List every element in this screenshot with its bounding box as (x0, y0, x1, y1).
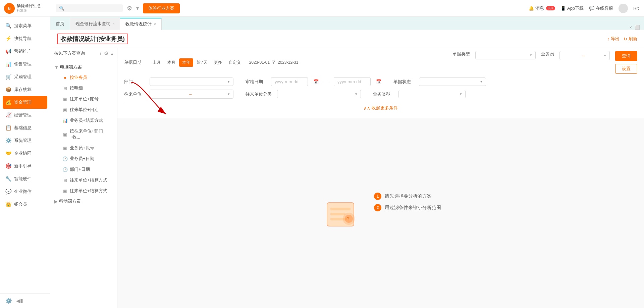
sidebar-item-collab[interactable]: 🤝 企业协同 (0, 147, 50, 160)
sidebar-item-guide[interactable]: 🎯 新手引导 (0, 160, 50, 172)
sidebar-item-system[interactable]: ⚙️ 系统管理 (0, 134, 50, 147)
scheme-settings-button[interactable]: ⚙ (104, 50, 108, 56)
tab-bar: 首页 现金银行流水查询 × 收款情况统计 × × ⬜ (50, 17, 644, 30)
sidebar-item-baseinfo[interactable]: 📋 基础信息 (0, 121, 50, 134)
filter-row-3: 往来单位 ··· ▾ 往来单位分类 ▾ 业务类型 (124, 90, 637, 99)
window-maximize-icon[interactable]: ⬜ (635, 25, 640, 30)
tab-bank-flow[interactable]: 现金银行流水查询 × (70, 18, 120, 30)
tab-home[interactable]: 首页 (50, 18, 70, 30)
calendar-from-icon[interactable]: 📅 (313, 79, 319, 84)
tab-collection-stat-close[interactable]: × (154, 22, 156, 26)
sidebar-item-weixin[interactable]: 💬 企业微信 (0, 185, 50, 198)
messages-item[interactable]: 🔔 消息 99+ (529, 5, 555, 11)
counterpart-category-select[interactable]: ▾ (277, 90, 361, 98)
unit-account-icon: ▣ (62, 96, 68, 102)
finance-icon: 💰 (5, 99, 11, 105)
doc-status-label: 单据状态 (393, 79, 414, 85)
collapse-sidebar-icon[interactable]: ◀▮ (16, 298, 23, 304)
topbar-expand-icon[interactable]: ▾ (136, 5, 139, 11)
date-tab-custom[interactable]: 自定义 (226, 58, 244, 67)
doc-type-chevron: ▾ (530, 53, 532, 57)
scheme-item-dept-date[interactable]: 🕐 部门+日期 (53, 164, 117, 175)
topbar-settings-icon[interactable]: ⚙ (127, 5, 132, 12)
sidebar-item-finance[interactable]: 💰 资金管理 (3, 96, 47, 109)
scheme-item-detail[interactable]: ⊞ 按明细 (53, 83, 117, 94)
app-download-item[interactable]: 📱 App下载 (560, 5, 584, 11)
salesperson-select[interactable]: ··· ▾ (559, 51, 610, 60)
sidebar-item-operations[interactable]: 📈 经营管理 (0, 109, 50, 121)
sidebar-item-search[interactable]: 🔍 搜索菜单 (0, 19, 50, 32)
scheme-item-unit-date[interactable]: ▣ 往来单位+日期 (53, 104, 117, 115)
page-body: 按以下方案查询 + ⚙ « ▼ 电脑端方案 (50, 47, 644, 308)
sidebar-item-purchase[interactable]: 🛒 采购管理 (0, 70, 50, 83)
biz-type-select[interactable]: ▾ (398, 90, 466, 98)
detail-icon: ⊞ (62, 86, 68, 91)
sidebar-item-hardware[interactable]: 🔧 智能硬件 (0, 172, 50, 185)
topbar-right: 🔔 消息 99+ 📱 App下载 💬 在线客服 Rit (529, 4, 639, 13)
mobile-scheme-group-title[interactable]: ▶ 移动端方案 (50, 196, 117, 206)
export-button[interactable]: ↑ 导出 (607, 36, 620, 42)
dept-date-icon: 🕐 (62, 167, 68, 172)
add-scheme-button[interactable]: + (99, 51, 102, 56)
scheme-item-unit-dept-income[interactable]: ▣ 按往来单位+部门+收... (53, 126, 117, 143)
window-close-icon[interactable]: × (629, 25, 632, 30)
refresh-icon: ↻ (624, 37, 627, 42)
mobile-group-arrow: ▶ (54, 199, 58, 204)
svg-rect-2 (330, 213, 345, 215)
scheme-item-salesperson-account[interactable]: ▣ 业务员+账号 (53, 143, 117, 153)
scheme-item-salesperson-date[interactable]: 🕐 业务员+日期 (53, 153, 117, 164)
tab-collection-stat[interactable]: 收款情况统计 × (120, 18, 161, 30)
tab-bank-flow-close[interactable]: × (112, 22, 114, 26)
filter-area: 单据日期 上月 本月 本年 近7天 更多 自定义 2023-01-01 至 (117, 47, 644, 118)
logo-icon: 6 (4, 3, 15, 14)
filter-row-1: 单据日期 上月 本月 本年 近7天 更多 自定义 2023-01-01 至 (124, 51, 637, 74)
date-label: 单据日期 (124, 59, 144, 65)
refresh-button[interactable]: ↻ 刷新 (624, 36, 637, 42)
scheme-item-salesperson[interactable]: ● 按业务员 (53, 72, 117, 83)
date-tab-this-year[interactable]: 本年 (179, 58, 193, 67)
counterpart-more-btn[interactable]: ··· (189, 92, 193, 97)
review-date-from[interactable]: yyyy-mm-dd (271, 77, 308, 86)
doc-type-select[interactable]: ▾ (475, 51, 536, 59)
sidebar-footer: ⚙️ ◀▮ (0, 293, 50, 308)
counterpart-select[interactable]: ··· ▾ (150, 90, 233, 99)
top-search-box[interactable]: 🔍 (56, 4, 123, 12)
page-header-actions: ↑ 导出 ↻ 刷新 (607, 36, 638, 42)
settings-footer-icon[interactable]: ⚙️ (5, 298, 12, 304)
calendar-to-icon[interactable]: 📅 (376, 79, 381, 84)
dept-select[interactable]: ▾ (150, 78, 233, 86)
scheme-item-unit-settlement2[interactable]: ▣ 往来单位+结算方式 (53, 186, 117, 196)
date-tab-more[interactable]: 更多 (211, 58, 225, 67)
date-tab-last-month[interactable]: 上月 (150, 58, 164, 67)
user-avatar[interactable] (619, 4, 628, 13)
doc-status-select[interactable]: ▾ (419, 78, 486, 86)
top-search-icon: 🔍 (59, 6, 64, 11)
doc-type-label: 单据类型 (452, 51, 470, 56)
date-tab-this-month[interactable]: 本月 (164, 58, 178, 67)
filter-row-2: 部门 ▾ 审核日期 yyyy-mm-dd 📅 — yyyy-mm-dd (124, 77, 637, 86)
unit-settlement2-icon: ▣ (62, 188, 68, 194)
collapse-filter-bar[interactable]: ∧∧ 收起更多条件 (124, 102, 637, 114)
date-tab-7days[interactable]: 近7天 (194, 58, 210, 67)
scheme-item-salesperson-settlement[interactable]: 📊 业务员+结算方式 (53, 115, 117, 126)
collapse-panel-button[interactable]: « (110, 51, 113, 56)
app-logo: 6 畅捷通好生意 标准版 (0, 0, 50, 17)
salesperson-more-btn[interactable]: ··· (582, 53, 586, 58)
service-icon: 💬 (589, 6, 594, 11)
review-date-to[interactable]: yyyy-mm-dd (334, 77, 371, 86)
desktop-scheme-group-title[interactable]: ▼ 电脑端方案 (50, 62, 117, 72)
inventory-icon: 📦 (5, 87, 11, 93)
trial-industry-button[interactable]: 体验行业方案 (143, 3, 180, 13)
query-button[interactable]: 查询 (615, 51, 637, 61)
sidebar-item-sales[interactable]: 📊 销售管理 (0, 58, 50, 70)
scheme-item-unit-settlement1[interactable]: ⊞ 往来单位+结算方式 (53, 175, 117, 186)
salesperson-chevron: ▾ (604, 53, 606, 58)
scheme-item-unit-account[interactable]: ▣ 往来单位+账号 (53, 94, 117, 104)
sidebar-item-inventory[interactable]: 📦 库存核算 (0, 83, 50, 96)
settings-button[interactable]: 设置 (615, 64, 637, 74)
sidebar-item-member[interactable]: 👑 畅会员 (0, 198, 50, 211)
sidebar-item-quicknav[interactable]: ⚡ 快捷导航 (0, 32, 50, 45)
online-service-item[interactable]: 💬 在线客服 (589, 5, 613, 11)
sales-icon: 📊 (5, 61, 11, 67)
sidebar-item-marketing[interactable]: 📢 营销推广 (0, 45, 50, 58)
